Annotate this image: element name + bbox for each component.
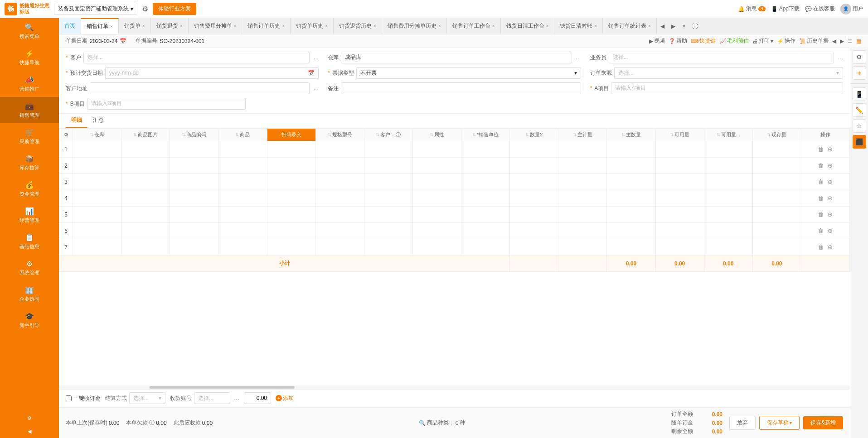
row-stock[interactable]: [752, 190, 801, 207]
warehouse-more-btn[interactable]: …: [576, 54, 581, 61]
view-btn[interactable]: ▶ 视频: [649, 37, 665, 45]
row-product[interactable]: [218, 141, 267, 158]
user-item[interactable]: 👤 用户: [840, 4, 863, 14]
row-copy-btn[interactable]: ⊕: [826, 145, 834, 154]
row-spec[interactable]: [315, 223, 364, 239]
row-spec[interactable]: [315, 141, 364, 158]
row-product[interactable]: [218, 158, 267, 174]
th-product-code[interactable]: 商品编码: [170, 129, 218, 141]
settlement-select[interactable]: 选择... ▾: [129, 392, 165, 404]
row-stock[interactable]: [752, 158, 801, 174]
row-customer-attr[interactable]: [364, 223, 412, 239]
delivery-date-input[interactable]: yyyy-mm-dd 📅: [105, 67, 319, 79]
th-available[interactable]: 可用量: [655, 129, 704, 141]
row-product-code[interactable]: [170, 239, 218, 255]
row-qty2[interactable]: [510, 223, 558, 239]
a-project-input[interactable]: 请输入A项目: [611, 82, 843, 94]
row-warehouse[interactable]: [73, 174, 121, 190]
row-spec[interactable]: [315, 158, 364, 174]
invoice-type-select[interactable]: 不开票 ▾: [356, 67, 581, 79]
row-product-code[interactable]: [170, 223, 218, 239]
row-sales-unit[interactable]: [461, 207, 510, 223]
row-scan[interactable]: [267, 190, 315, 207]
row-sales-unit[interactable]: [461, 190, 510, 207]
row-main-qty[interactable]: [607, 190, 655, 207]
row-delete-btn[interactable]: 🗑: [816, 194, 824, 202]
row-product-img[interactable]: [121, 207, 170, 223]
row-sales-unit[interactable]: [461, 174, 510, 190]
row-copy-btn[interactable]: ⊕: [826, 162, 834, 170]
order-source-select[interactable]: 选择... ▾: [614, 67, 843, 79]
tab-close-credit-daily[interactable]: ×: [546, 24, 549, 29]
row-available[interactable]: [655, 158, 704, 174]
right-panel-scan-btn[interactable]: ⬛: [853, 135, 866, 149]
th-qty2[interactable]: 数量2: [510, 129, 558, 141]
row-main-qty[interactable]: [607, 239, 655, 255]
row-scan[interactable]: [267, 158, 315, 174]
tab-sales-refund[interactable]: 销货退货 ×: [151, 18, 189, 34]
row-sales-unit[interactable]: [461, 223, 510, 239]
row-product[interactable]: [218, 174, 267, 190]
row-customer-attr[interactable]: [364, 141, 412, 158]
row-delete-btn[interactable]: 🗑: [816, 162, 824, 170]
row-customer-attr[interactable]: [364, 174, 412, 190]
save-draft-btn[interactable]: 保存草稿 ▾: [759, 416, 800, 430]
row-stock[interactable]: [752, 174, 801, 190]
row-available[interactable]: [655, 239, 704, 255]
tab-sales-workbench[interactable]: 销售订单工作台 ×: [447, 18, 501, 34]
row-available2[interactable]: [704, 223, 752, 239]
row-product-code[interactable]: [170, 141, 218, 158]
row-attr[interactable]: [412, 174, 461, 190]
row-main-unit[interactable]: [558, 190, 607, 207]
tab-sales-order-hist[interactable]: 销售订单历史 ×: [242, 18, 291, 34]
row-product-code[interactable]: [170, 174, 218, 190]
row-available[interactable]: [655, 174, 704, 190]
row-warehouse[interactable]: [73, 141, 121, 158]
row-main-qty[interactable]: [607, 223, 655, 239]
row-sales-unit[interactable]: [461, 239, 510, 255]
customer-more-btn[interactable]: …: [313, 54, 319, 61]
row-available2[interactable]: [704, 190, 752, 207]
settings-icon[interactable]: ⚙: [142, 5, 148, 13]
row-product[interactable]: [218, 190, 267, 207]
tab-close-sales-workbench[interactable]: ×: [492, 24, 495, 29]
tab-close-sales-fee[interactable]: ×: [234, 24, 237, 29]
tab-sales-fee[interactable]: 销售费用分摊单 ×: [189, 18, 242, 34]
row-scan[interactable]: [267, 141, 315, 158]
tab-close-sales-order-hist[interactable]: ×: [282, 24, 285, 29]
sidebar-item-purchase[interactable]: 🛒 采购管理: [0, 123, 59, 149]
sidebar-item-finance[interactable]: 💰 资金管理: [0, 176, 59, 202]
th-spec[interactable]: 规格型号: [315, 129, 364, 141]
row-qty2[interactable]: [510, 158, 558, 174]
save-new-btn[interactable]: 保存&新增: [803, 416, 843, 429]
tab-close-sales-return-hist[interactable]: ×: [325, 24, 328, 29]
add-btn[interactable]: + 添加: [276, 395, 294, 402]
row-product-img[interactable]: [121, 190, 170, 207]
tab-sales-return[interactable]: 销货单 ×: [119, 18, 151, 34]
th-customer-attr[interactable]: 客户... ⓘ: [364, 129, 412, 141]
row-customer-attr[interactable]: [364, 190, 412, 207]
sidebar-item-promo[interactable]: 📣 营销推广: [0, 71, 59, 97]
row-product-img[interactable]: [121, 174, 170, 190]
row-warehouse[interactable]: [73, 190, 121, 207]
sidebar-settings-btn[interactable]: ⚙: [0, 412, 59, 425]
row-qty2[interactable]: [510, 207, 558, 223]
nav-next-btn[interactable]: ▶: [840, 38, 844, 44]
row-product[interactable]: [218, 223, 267, 239]
right-panel-mobile-btn[interactable]: 📱: [853, 87, 866, 101]
row-main-unit[interactable]: [558, 158, 607, 174]
row-delete-btn[interactable]: 🗑: [816, 145, 824, 154]
row-main-unit[interactable]: [558, 207, 607, 223]
th-warehouse[interactable]: 仓库: [73, 129, 121, 141]
right-panel-edit-btn[interactable]: ✏️: [853, 103, 866, 117]
row-customer-attr[interactable]: [364, 239, 412, 255]
tab-credit-reconcile[interactable]: 钱货日清对账 ×: [554, 18, 603, 34]
row-main-qty[interactable]: [607, 141, 655, 158]
tab-credit-daily[interactable]: 钱货日清工作台 ×: [501, 18, 555, 34]
print-btn[interactable]: 🖨 打印 ▾: [752, 37, 773, 45]
operate-btn[interactable]: ⚡ 操作: [777, 37, 795, 45]
row-attr[interactable]: [412, 190, 461, 207]
tab-menu-btn[interactable]: ×: [679, 18, 689, 34]
row-available2[interactable]: [704, 174, 752, 190]
row-sales-unit[interactable]: [461, 158, 510, 174]
